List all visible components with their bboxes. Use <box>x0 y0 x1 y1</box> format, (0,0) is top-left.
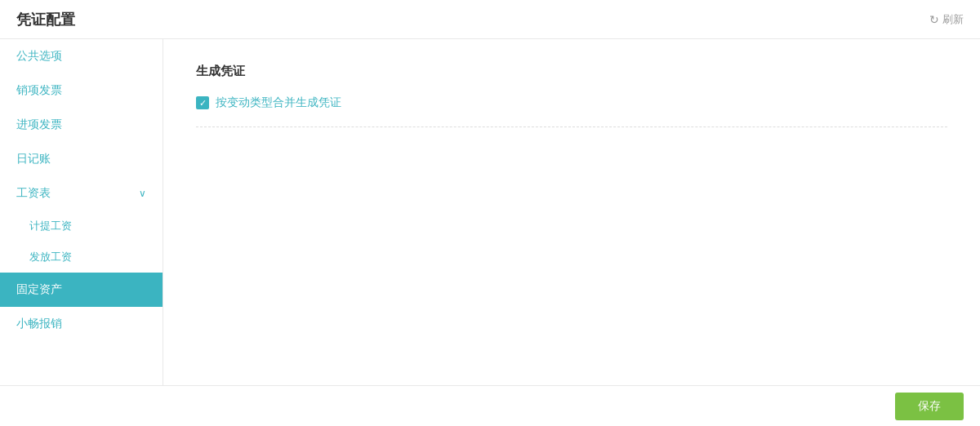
body: 公共选项 销项发票 进项发票 日记账 工资表 ∨ 计提工资 发放工资 固定资 <box>0 39 980 385</box>
sidebar-label-fixed-assets: 固定资产 <box>16 282 62 297</box>
header: 凭证配置 ↻ 刷新 <box>0 0 980 39</box>
refresh-icon: ↻ <box>929 13 939 26</box>
sidebar-label-payroll-provision: 计提工资 <box>29 220 72 232</box>
sidebar-item-expense-reimbursement[interactable]: 小畅报销 <box>0 307 163 341</box>
refresh-button[interactable]: ↻ 刷新 <box>929 12 964 27</box>
sidebar-label-sales-invoice: 销项发票 <box>16 83 62 98</box>
checkbox-row: 按变动类型合并生成凭证 <box>196 95 947 110</box>
refresh-label: 刷新 <box>942 12 964 27</box>
sidebar-label-purchase-invoice: 进项发票 <box>16 118 62 132</box>
app-container: 凭证配置 ↻ 刷新 公共选项 销项发票 进项发票 日记账 工资表 ∨ <box>0 0 980 426</box>
sidebar-item-payroll-provision[interactable]: 计提工资 <box>0 211 163 242</box>
sidebar-item-journal[interactable]: 日记账 <box>0 142 163 176</box>
main-content: 生成凭证 按变动类型合并生成凭证 <box>163 39 980 385</box>
merge-by-type-checkbox[interactable] <box>196 96 209 109</box>
save-button[interactable]: 保存 <box>895 393 964 420</box>
sidebar: 公共选项 销项发票 进项发票 日记账 工资表 ∨ 计提工资 发放工资 固定资 <box>0 39 163 385</box>
footer: 保存 <box>0 385 980 426</box>
sidebar-item-purchase-invoice[interactable]: 进项发票 <box>0 108 163 142</box>
sidebar-label-payroll-table: 工资表 <box>16 186 51 201</box>
section-divider <box>196 126 947 127</box>
merge-by-type-label: 按变动类型合并生成凭证 <box>216 95 341 110</box>
chevron-down-icon: ∨ <box>139 188 146 199</box>
sidebar-label-expense-reimbursement: 小畅报销 <box>16 317 62 331</box>
sidebar-item-payroll-distribution[interactable]: 发放工资 <box>0 242 163 273</box>
sidebar-label-public-options: 公共选项 <box>16 49 62 64</box>
sidebar-label-journal: 日记账 <box>16 152 51 166</box>
sidebar-item-public-options[interactable]: 公共选项 <box>0 39 163 73</box>
sidebar-item-payroll-table[interactable]: 工资表 ∨ <box>0 176 163 211</box>
sidebar-item-sales-invoice[interactable]: 销项发票 <box>0 73 163 108</box>
page-title: 凭证配置 <box>16 10 75 29</box>
sidebar-label-payroll-distribution: 发放工资 <box>29 251 72 263</box>
section-title: 生成凭证 <box>196 64 947 79</box>
sidebar-item-fixed-assets[interactable]: 固定资产 <box>0 273 163 307</box>
